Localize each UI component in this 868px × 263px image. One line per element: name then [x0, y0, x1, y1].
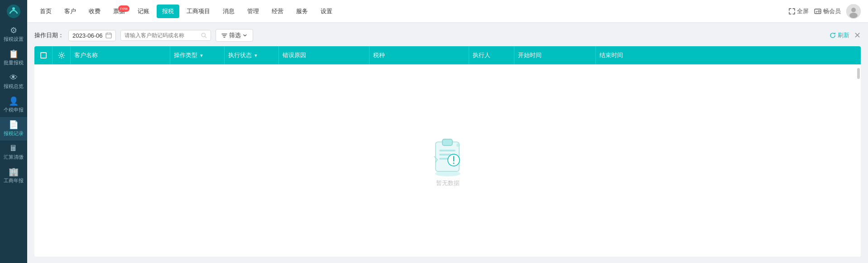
piliangshuishui-icon: 📋 — [9, 50, 19, 58]
svg-point-5 — [851, 8, 856, 12]
sidebar-logo[interactable] — [0, 0, 27, 23]
empty-illustration — [427, 134, 468, 179]
nav-item-xiaoxi[interactable]: 消息 — [217, 5, 240, 18]
sidebar-item-baoshuishezhi[interactable]: ⚙ 报税设置 — [0, 23, 27, 46]
search-input[interactable] — [125, 32, 198, 39]
table-container: 客户名称 操作类型 ▼ 执行状态 ▼ 错误原因 税种 执行人 — [34, 46, 861, 257]
sidebar-item-piliangshuishui[interactable]: 📋 批量报税 — [0, 46, 27, 70]
fullscreen-icon — [789, 8, 795, 15]
sidebar-item-label: 批量报税 — [4, 59, 24, 66]
nav-item-shezhi[interactable]: 设置 — [315, 5, 338, 18]
close-button[interactable]: ✕ — [854, 31, 861, 39]
sidebar-item-label: 报税总览 — [4, 83, 24, 90]
nav-item-fuwu[interactable]: 服务 — [291, 5, 313, 18]
sort-icon-exec-status: ▼ — [254, 53, 258, 58]
scrollbar-thumb[interactable] — [857, 68, 860, 79]
search-box[interactable] — [120, 30, 211, 41]
select-all-checkbox[interactable] — [40, 52, 47, 58]
svg-rect-14 — [439, 154, 451, 156]
topnav-items: 首页 客户 收费 票据 new 记账 报税 工商项目 消息 — [34, 5, 789, 18]
th-executor: 执行人 — [469, 46, 514, 64]
settings-icon — [58, 52, 65, 59]
baoshuishezhi-icon: ⚙ — [10, 26, 17, 34]
nav-item-jizhang[interactable]: 记账 — [132, 5, 155, 18]
date-label: 操作日期： — [34, 31, 64, 39]
th-tax-type: 税种 — [369, 46, 469, 64]
date-value: 2023-06-06 — [72, 32, 103, 39]
empty-text: 暂无数据 — [436, 179, 460, 187]
svg-point-6 — [849, 13, 858, 18]
page-content: 操作日期： 2023-06-06 筛选 — [27, 23, 868, 263]
huisuanjiaona-icon: 🖩 — [10, 144, 18, 152]
svg-point-1 — [12, 7, 15, 10]
th-end-time: 结束时间 — [596, 46, 677, 64]
refresh-button[interactable]: 刷新 — [830, 31, 849, 39]
filter-button[interactable]: 筛选 — [216, 29, 253, 42]
nav-item-gongshanxiangmu[interactable]: 工商项目 — [181, 5, 216, 18]
filter-label: 筛选 — [229, 31, 241, 39]
svg-point-20 — [456, 143, 460, 147]
calendar-icon — [106, 32, 112, 39]
nav-item-jingying[interactable]: 经营 — [266, 5, 289, 18]
empty-state: 暂无数据 — [34, 64, 861, 257]
nav-item-kehu[interactable]: 客户 — [59, 5, 82, 18]
user-avatar[interactable] — [846, 4, 861, 19]
th-customer-name: 客户名称 — [71, 46, 170, 64]
toolbar: 操作日期： 2023-06-06 筛选 — [34, 29, 861, 42]
svg-rect-12 — [442, 139, 452, 146]
sidebar-item-label: 个税申报 — [4, 107, 24, 113]
new-badge: new — [118, 5, 129, 12]
baoshuizonglan-icon: 👁 — [10, 73, 18, 82]
filter-icon — [221, 33, 227, 39]
avatar-icon — [846, 4, 861, 19]
chevron-down-icon — [243, 33, 247, 38]
member-icon — [814, 8, 821, 15]
nav-item-shoufu[interactable]: 收费 — [83, 5, 106, 18]
nav-item-guanli[interactable]: 管理 — [242, 5, 264, 18]
sidebar-item-geshuishenbao[interactable]: 👤 个税申报 — [0, 93, 27, 117]
sidebar-item-label: 报税记录 — [4, 130, 24, 137]
nav-item-piaoju[interactable]: 票据 new — [108, 5, 130, 18]
svg-rect-7 — [106, 33, 111, 38]
sidebar-item-huisuanjiaona[interactable]: 🖩 汇算清缴 — [0, 141, 27, 164]
baoshuijilu-icon: 📄 — [9, 121, 19, 129]
svg-point-0 — [7, 5, 20, 18]
svg-point-17 — [453, 163, 454, 164]
member-button[interactable]: 畅会员 — [814, 7, 841, 15]
gongshangnianobao-icon: 🏢 — [9, 168, 19, 176]
svg-rect-13 — [439, 150, 456, 151]
sidebar-item-gongshangnianobao[interactable]: 🏢 工商年报 — [0, 164, 27, 188]
sidebar-item-label: 汇算清缴 — [4, 154, 24, 161]
sidebar-item-baoshuizonglan[interactable]: 👁 报税总览 — [0, 70, 27, 93]
th-exec-status[interactable]: 执行状态 ▼ — [225, 46, 279, 64]
sort-icon-operation-type: ▼ — [199, 53, 204, 58]
topnav: 首页 客户 收费 票据 new 记账 报税 工商项目 消息 — [27, 0, 868, 23]
date-picker[interactable]: 2023-06-06 — [68, 30, 116, 41]
nav-item-shouye[interactable]: 首页 — [34, 5, 57, 18]
th-error-reason: 错误原因 — [279, 46, 369, 64]
svg-point-3 — [818, 10, 820, 12]
th-operation-type[interactable]: 操作类型 ▼ — [170, 46, 225, 64]
topnav-right: 全屏 畅会员 — [789, 4, 861, 19]
refresh-icon — [830, 32, 836, 39]
sidebar-item-label: 工商年报 — [4, 177, 24, 184]
table-header: 客户名称 操作类型 ▼ 执行状态 ▼ 错误原因 税种 执行人 — [34, 46, 861, 64]
nav-item-baoshui[interactable]: 报税 — [157, 5, 179, 18]
svg-point-10 — [435, 171, 460, 176]
th-settings[interactable] — [53, 46, 71, 64]
sidebar: ⚙ 报税设置 📋 批量报税 👁 报税总览 👤 个税申报 📄 报税记录 🖩 汇算清… — [0, 0, 27, 263]
svg-point-9 — [60, 54, 62, 57]
fullscreen-button[interactable]: 全屏 — [789, 7, 809, 15]
sidebar-item-baoshuijilu[interactable]: 📄 报税记录 — [0, 117, 27, 141]
refresh-label: 刷新 — [838, 31, 849, 39]
th-start-time: 开始时间 — [514, 46, 596, 64]
geshuishenbao-icon: 👤 — [9, 97, 19, 105]
sidebar-item-label: 报税设置 — [4, 36, 24, 43]
th-checkbox[interactable] — [34, 46, 53, 64]
main-container: 首页 客户 收费 票据 new 记账 报税 工商项目 消息 — [27, 0, 868, 263]
search-icon — [201, 32, 207, 39]
